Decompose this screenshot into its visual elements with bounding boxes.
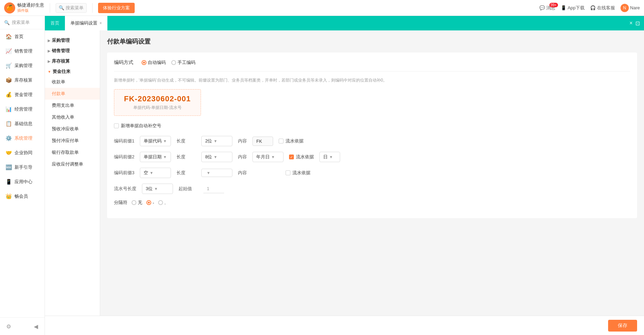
- sub-menu-arrow-capital: ▼: [48, 70, 51, 74]
- sidebar-item-home[interactable]: 🏠 首页: [0, 29, 45, 44]
- serial-length-select[interactable]: 3位 ▼: [142, 184, 173, 194]
- prefix1-length-select[interactable]: 2位 ▼: [201, 136, 232, 146]
- trial-button[interactable]: 体验行业方案: [98, 3, 135, 13]
- online-service[interactable]: 🎧 在线客服: [590, 5, 615, 11]
- sep-dot-radio[interactable]: .: [158, 200, 166, 205]
- sub-menu-arrow-purchase: ▶: [48, 39, 50, 43]
- sep-dot-dot: [158, 200, 163, 205]
- sub-menu-payment[interactable]: 付款单: [45, 88, 100, 100]
- sub-menu-inventory[interactable]: ▶ 库存核算: [45, 55, 100, 66]
- sub-menu-bank[interactable]: 银行存取款单: [45, 147, 100, 158]
- message-button[interactable]: 💬 消息 99+: [539, 5, 555, 11]
- sidebar-item-operation[interactable]: 📊 经营管理: [0, 102, 45, 117]
- message-badge: 99+: [549, 3, 558, 7]
- serial-length-label: 流水号长度: [114, 186, 136, 192]
- sidebar-item-guide[interactable]: 🆕 新手引导: [0, 160, 45, 175]
- auto-encode-label: 自动编码: [148, 59, 166, 66]
- sidebar-item-purchase[interactable]: 🛒 采购管理: [0, 58, 45, 73]
- prefix2-content-arrow: ▼: [271, 155, 275, 159]
- sub-menu-payment-label: 付款单: [52, 91, 65, 97]
- basic-icon: 📋: [6, 121, 12, 127]
- sub-menu-capital[interactable]: ▼ 资金往来: [45, 66, 100, 76]
- sidebar-item-system[interactable]: ⚙️ 系统管理: [0, 131, 45, 146]
- purchase-icon: 🛒: [6, 63, 12, 69]
- sub-menu-other-income[interactable]: 其他收入单: [45, 111, 100, 123]
- sidebar-item-inventory-label: 库存核算: [15, 77, 32, 83]
- sidebar-item-enterprise[interactable]: 🤝 企业协同: [0, 146, 45, 160]
- sidebar-item-basic[interactable]: 📋 基础信息: [0, 117, 45, 131]
- start-val-input[interactable]: 1: [203, 184, 224, 193]
- prefix1-length-label: 长度: [176, 138, 196, 144]
- info-text: 新增单据时，'单据编码'自动生成，不可编辑。前缀设置为部门、业务员等档案类，开单…: [114, 77, 630, 84]
- logo-name: 畅捷通好生意: [17, 2, 44, 8]
- sub-menu-prepay-recv-label: 预收冲应收单: [52, 126, 79, 132]
- app-download[interactable]: 📱 App下载: [561, 5, 585, 11]
- prefix2-serial-checkbox[interactable]: ✓: [289, 155, 294, 159]
- finance-icon: 💰: [6, 92, 12, 98]
- prefix2-content-label: 内容: [238, 154, 247, 160]
- top-bar-right: 💬 消息 99+ 📱 App下载 🎧 在线客服 N Nare: [539, 4, 640, 12]
- sub-menu-sales[interactable]: ▶ 销售管理: [45, 45, 100, 55]
- sales-icon: 📈: [6, 48, 12, 54]
- prefix1-checkbox-row: 流水依据: [279, 138, 304, 144]
- sidebar-item-member[interactable]: 👑 畅会员: [0, 189, 45, 204]
- online-service-label: 在线客服: [597, 5, 615, 11]
- sidebar-item-member-label: 畅会员: [15, 193, 28, 199]
- code-preview: FK-20230602-001 单据代码-单据日期-流水号: [114, 89, 201, 116]
- prefix2-content-select[interactable]: 年月日 ▼: [252, 152, 283, 162]
- sub-menu-arrow-inventory: ▶: [48, 59, 50, 63]
- sub-menu-expense[interactable]: 费用支出单: [45, 100, 100, 111]
- sep-dot-label: .: [164, 200, 166, 205]
- user-info[interactable]: N Nare: [621, 4, 640, 12]
- collapse-icon[interactable]: ◀: [31, 321, 41, 332]
- sep-dash-radio[interactable]: -: [146, 200, 154, 205]
- sidebar-item-inventory[interactable]: 📦 库存核算: [0, 73, 45, 87]
- prefix1-select[interactable]: 单据代码 ▼: [140, 136, 171, 146]
- sub-menu-prepay-recv[interactable]: 预收冲应收单: [45, 123, 100, 135]
- auto-fill-label: 新增单据自动补空号: [121, 123, 161, 129]
- prefix3-length-select[interactable]: ▼: [201, 169, 232, 177]
- auto-fill-checkbox[interactable]: [114, 123, 119, 128]
- tab-close-icon[interactable]: ×: [99, 21, 102, 26]
- tab-home-label: 首页: [50, 20, 59, 26]
- enterprise-icon: 🤝: [6, 150, 12, 156]
- sidebar-item-home-label: 首页: [15, 34, 23, 40]
- sidebar-item-finance[interactable]: 💰 资金管理: [0, 87, 45, 102]
- prefix2-length-select[interactable]: 8位 ▼: [201, 152, 232, 162]
- serial-length-arrow: ▼: [154, 187, 158, 191]
- sub-menu-purchase-label: 采购管理: [52, 37, 70, 44]
- prefix1-length-val: 2位: [205, 138, 212, 144]
- auto-encode-radio[interactable]: 自动编码: [142, 59, 166, 66]
- code-preview-sub: 单据代码-单据日期-流水号: [124, 105, 191, 111]
- sep-none-radio[interactable]: 无: [132, 199, 142, 206]
- search-menu[interactable]: 🔍 搜索菜单: [56, 3, 87, 13]
- content-area: ▶ 采购管理 ▶ 销售管理 ▶ 库存核算 ▼ 资金往来 收款单: [45, 30, 644, 316]
- tab-encode-label: 单据编码设置: [70, 20, 97, 26]
- tab-minimize-icon[interactable]: ×: [629, 20, 633, 26]
- manual-encode-radio[interactable]: 手工编码: [171, 59, 195, 66]
- encode-type-label: 编码方式: [114, 59, 133, 66]
- divider2: [92, 3, 93, 13]
- tab-encode-settings[interactable]: 单据编码设置 ×: [65, 16, 107, 30]
- logo-sub: 插件版: [17, 8, 44, 13]
- prefix3-select[interactable]: 空 ▼: [140, 168, 171, 178]
- sub-menu-purchase[interactable]: ▶ 采购管理: [45, 35, 100, 45]
- tab-maximize-icon[interactable]: ⊡: [635, 20, 640, 27]
- prefix3-label: 编码前缀3: [114, 170, 134, 176]
- prefix1-row: 编码前缀1 单据代码 ▼ 长度 2位 ▼ 内容 FK: [114, 136, 630, 146]
- sub-menu-receipt[interactable]: 收款单: [45, 76, 100, 88]
- sidebar-item-sales[interactable]: 📈 销售管理: [0, 44, 45, 58]
- prefix1-serial-label: 流水依据: [286, 138, 304, 144]
- sidebar-item-apps[interactable]: 📱 应用中心: [0, 175, 45, 189]
- save-button[interactable]: 保存: [608, 320, 637, 332]
- tab-home[interactable]: 首页: [45, 16, 65, 30]
- prefix2-select[interactable]: 单据日期 ▼: [140, 152, 171, 162]
- prefix3-serial-checkbox[interactable]: [286, 170, 290, 175]
- sub-menu-prepay-pay[interactable]: 预付冲应付单: [45, 135, 100, 147]
- prefix2-period-select[interactable]: 日 ▼: [319, 152, 340, 162]
- prefix1-content-val: FK: [252, 137, 273, 146]
- sidebar-search[interactable]: 🔍 搜索菜单: [0, 16, 45, 29]
- prefix1-serial-checkbox[interactable]: [279, 139, 283, 143]
- settings-bottom-icon[interactable]: ⚙: [3, 321, 14, 332]
- sub-menu-adjust[interactable]: 应收应付调整单: [45, 158, 100, 170]
